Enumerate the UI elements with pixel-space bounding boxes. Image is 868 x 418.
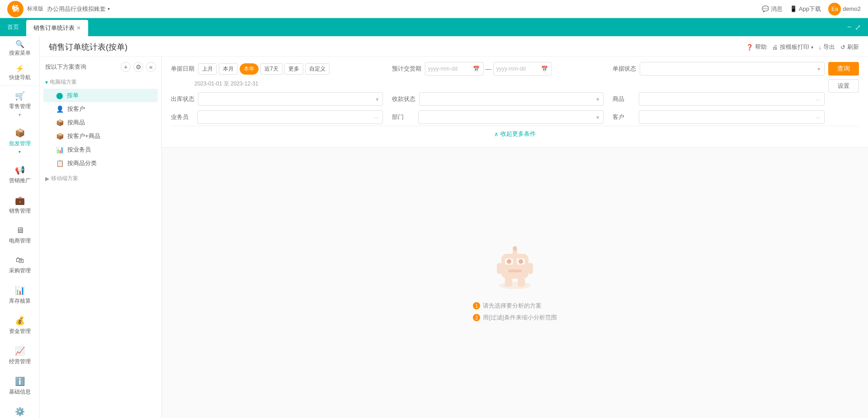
by-goods-icon: 📦 [56,119,64,126]
date-custom[interactable]: 自定义 [305,63,330,75]
filter-item-goods: 商品 ··· [613,92,825,106]
empty-tips: 1 请先选择要分析的方案 2 用[过滤]条件来缩小分析范围 [473,302,557,325]
filter-item-customer: 客户 ··· [613,110,825,124]
nav-icon: ⚡ [15,64,24,73]
department-label: 部门 [392,113,415,121]
print-button[interactable]: 🖨 按模板打印 ▾ [772,43,813,51]
top-bar-left: 畅 标准版 办公用品行业模拟账套 ▾ [7,1,110,17]
forecast-date-from[interactable]: yyyy-mm-dd 📅 [425,62,484,76]
refresh-button[interactable]: ↺ 刷新 [840,43,859,51]
sidebar-item-sales[interactable]: 💼 销售管理 [0,190,39,220]
brand-name: 标准版 [27,5,43,13]
sidebar-item-management[interactable]: 📈 经营管理 [0,341,39,371]
print-icon: 🖨 [772,44,778,51]
date-buttons-group: 上月 本月 本年 近7天 更多 自定义 [198,63,383,75]
sidebar-quick-nav[interactable]: ⚡ 快捷导航 [0,61,39,86]
svg-point-8 [513,246,517,251]
salesman-dots-icon: ··· [374,114,379,121]
print-dropdown-icon: ▾ [811,45,813,50]
left-panel-header: 按以下方案查询 + ⚙ « [40,62,161,76]
message-button[interactable]: 💬 消息 [762,5,783,13]
date-range-display: 2023-01-01 至 2023-12-31 [171,80,825,88]
tab-bar-actions: − ⤢ [847,23,868,32]
tree-category-desktop[interactable]: ▾ 电脑端方案 [40,76,161,89]
avatar: Ea [828,3,841,15]
sidebar-search[interactable]: 🔍 搜索菜单 [0,36,39,61]
page-actions: ❓ 帮助 🖨 按模板打印 ▾ ↓ 导出 ↺ 刷新 [746,43,859,51]
by-order-icon: ⬤ [56,92,63,99]
department-select[interactable]: ▾ [418,110,604,124]
settings-button[interactable]: 设置 [828,79,859,93]
customer-input[interactable]: ··· [639,110,825,124]
tree-item-by-order[interactable]: ⬤ 按单 [43,89,158,102]
date-last-7days[interactable]: 近7天 [260,63,283,75]
sidebar-item-retail[interactable]: 🛒 零售管理 ▾ [0,86,39,123]
tree-item-by-salesman[interactable]: 📊 按业务员 [43,143,158,157]
calendar-icon-from: 📅 [473,66,480,72]
date-this-year[interactable]: 本年 [240,63,259,75]
wholesale-icon: 📦 [15,128,25,138]
date-last-month[interactable]: 上月 [198,63,217,75]
sidebar-item-marketing[interactable]: 📢 营销推广 [0,160,39,190]
expand-arrow-icon-wholesale: ▾ [19,149,21,154]
tab-sales-order[interactable]: 销售订单统计表 ✕ [26,20,88,36]
left-panel: 按以下方案查询 + ⚙ « ▾ 电脑端方案 ⬤ 按单 [40,57,162,418]
sidebar-item-finance[interactable]: 💰 资金管理 [0,310,39,341]
collapse-panel-button[interactable]: « [146,62,156,72]
sidebar-item-ecommerce[interactable]: 🖥 电商管理 [0,220,39,250]
date-more[interactable]: 更多 [284,63,303,75]
filter-row-1: 单据日期 上月 本月 本年 近7天 更多 自定义 [171,62,859,124]
brand-logo: 畅 [7,1,24,17]
collapse-arrow-icon: ∧ [494,131,499,138]
delivery-status-select[interactable]: ▾ [198,92,383,106]
expand-icon[interactable]: ⤢ [855,23,861,32]
filter-fields: 单据日期 上月 本月 本年 近7天 更多 自定义 [171,62,825,124]
page-title: 销售订单统计表(按单) [49,42,127,52]
right-content: 单据日期 上月 本月 本年 近7天 更多 自定义 [162,57,868,418]
tab-home[interactable]: 首页 [0,18,26,36]
help-button[interactable]: ❓ 帮助 [746,43,767,51]
forecast-date-to[interactable]: yyyy-mm-dd 📅 [493,62,552,76]
app-download-button[interactable]: 📱 App下载 [790,5,821,13]
page-header: 销售订单统计表(按单) ❓ 帮助 🖨 按模板打印 ▾ ↓ 导出 ↺ 刷新 [40,36,868,57]
svg-point-4 [507,259,511,264]
collapse-bar[interactable]: ∧ 收起更多条件 [171,126,859,142]
workspace-selector[interactable]: 办公用品行业模拟账套 ▾ [47,5,110,13]
minimize-icon[interactable]: − [847,23,851,31]
action-buttons: 查询 设置 [825,62,859,93]
sidebar-item-wholesale[interactable]: 📦 批发管理 ▾ [0,123,39,160]
export-button[interactable]: ↓ 导出 [819,43,835,51]
calendar-icon-to: 📅 [541,66,548,72]
sidebar-item-inventory[interactable]: 📊 库存核算 [0,280,39,310]
user-profile[interactable]: Ea demo2 [828,3,861,15]
filter-item-date: 单据日期 上月 本月 本年 近7天 更多 自定义 [171,62,383,76]
sidebar-item-basic-info[interactable]: ℹ️ 基础信息 [0,371,39,401]
basic-info-icon: ℹ️ [15,376,25,386]
empty-illustration [488,240,542,294]
doc-status-select[interactable]: ▾ [640,62,825,76]
goods-label: 商品 [613,95,635,103]
tree-item-by-customer[interactable]: 👤 按客户 [43,102,158,116]
goods-input[interactable]: ··· [639,92,825,106]
payment-status-select[interactable]: ▾ [419,92,604,106]
add-scheme-button[interactable]: + [121,62,131,72]
tree-item-by-customer-goods[interactable]: 📦 按客户+商品 [43,129,158,143]
tab-close-icon[interactable]: ✕ [76,25,81,31]
settings-scheme-button[interactable]: ⚙ [133,62,143,72]
left-panel-actions: + ⚙ « [121,62,156,72]
svg-rect-11 [505,278,512,287]
tree-category-mobile[interactable]: ▶ 移动端方案 [40,172,161,185]
sidebar-item-system[interactable]: ⚙️ 系统管理 [0,401,39,418]
marketing-icon: 📢 [15,165,25,175]
refresh-icon: ↺ [840,44,845,51]
by-salesman-icon: 📊 [56,146,64,153]
tree-item-by-goods-category[interactable]: 📋 按商品分类 [43,157,158,170]
date-this-month[interactable]: 本月 [219,63,238,75]
filter-content: 单据日期 上月 本月 本年 近7天 更多 自定义 [162,57,868,147]
mobile-category-label: 移动端方案 [51,175,78,182]
message-icon: 💬 [762,5,769,12]
sidebar-item-purchase[interactable]: 🛍 采购管理 [0,250,39,280]
tree-item-by-goods[interactable]: 📦 按商品 [43,116,158,129]
salesman-input[interactable]: ··· [197,110,383,124]
query-button[interactable]: 查询 [828,62,859,76]
